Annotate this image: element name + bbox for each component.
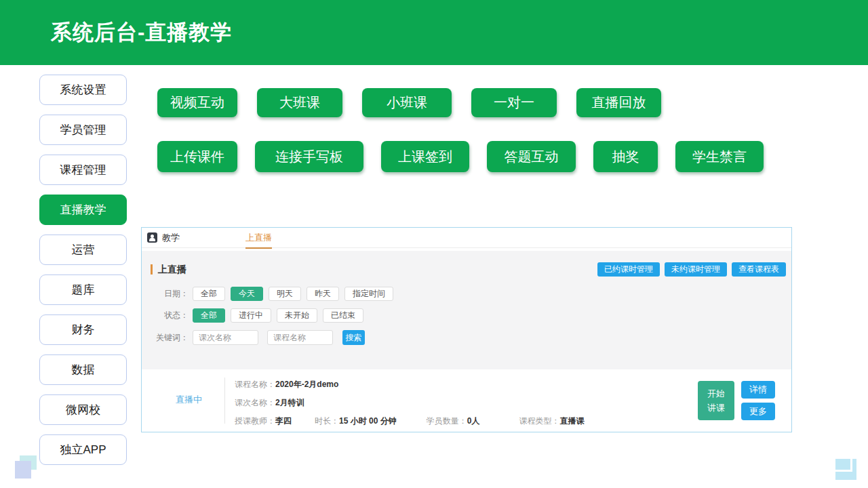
section-title: 上直播 <box>158 264 186 276</box>
sidebar-item-student-management[interactable]: 学员管理 <box>39 115 127 145</box>
start-teaching-line1: 开始 <box>707 386 725 401</box>
status-filter-label: 状态： <box>146 310 189 321</box>
lesson-name-value: 2月特训 <box>275 397 304 409</box>
duration-label: 时长： <box>315 415 339 427</box>
status-option-ended[interactable]: 已结束 <box>323 308 363 323</box>
course-name-line: 课程名称： 2020年-2月demo <box>235 379 584 390</box>
teacher-value: 李四 <box>275 415 292 427</box>
filter-row-keyword: 关键词： 搜索 <box>142 330 791 345</box>
view-timetable-button[interactable]: 查看课程表 <box>732 262 786 277</box>
course-type-value: 直播课 <box>559 415 584 427</box>
tab-go-live-label: 上直播 <box>245 232 272 244</box>
keyword-filter-label: 关键词： <box>146 332 189 344</box>
feature-video-interaction-button[interactable]: 视频互动 <box>157 88 237 117</box>
lesson-name-label: 课次名称： <box>235 397 275 409</box>
sidebar-item-operations[interactable]: 运营 <box>39 235 127 265</box>
decor-square-bottom-left-lavender <box>15 461 31 479</box>
tab-go-live[interactable]: 上直播 <box>245 228 272 248</box>
course-name-value: 2020年-2月demo <box>275 379 338 390</box>
course-name-label: 课程名称： <box>235 379 275 390</box>
page-title: 系统后台-直播教学 <box>51 18 232 47</box>
lesson-name-input[interactable] <box>193 330 258 345</box>
sidebar: 系统设置 学员管理 课程管理 直播教学 运营 题库 财务 数据 微网校 独立AP… <box>39 75 127 474</box>
sidebar-item-standalone-app[interactable]: 独立APP <box>39 434 127 465</box>
section-actions: 已约课时管理 未约课时管理 查看课程表 <box>593 262 786 277</box>
row-divider <box>224 378 225 424</box>
filter-row-date: 日期： 全部 今天 明天 昨天 指定时间 <box>142 287 791 301</box>
detail-button[interactable]: 详情 <box>741 381 775 399</box>
person-app-icon <box>147 232 157 243</box>
lesson-name-line: 课次名称： 2月特训 <box>235 397 584 408</box>
section-title-wrap: 上直播 <box>151 264 186 276</box>
duration-value: 15 小时 00 分钟 <box>339 415 397 427</box>
status-option-ongoing[interactable]: 进行中 <box>231 308 271 323</box>
decor-square-bottom-right-outline <box>827 454 852 472</box>
feature-lottery-button[interactable]: 抽奖 <box>593 141 658 172</box>
app-label: 教学 <box>162 232 180 244</box>
feature-small-class-button[interactable]: 小班课 <box>362 88 452 117</box>
feature-row-1: 视频互动 大班课 小班课 一对一 直播回放 <box>157 88 661 117</box>
course-details: 课程名称： 2020年-2月demo 课次名称： 2月特训 授课教师： 李四 时… <box>235 379 584 434</box>
feature-row-2: 上传课件 连接手写板 上课签到 答题互动 抽奖 学生禁言 <box>157 141 764 172</box>
feature-live-replay-button[interactable]: 直播回放 <box>576 88 661 117</box>
course-type-label: 课程类型： <box>519 415 559 427</box>
feature-upload-courseware-button[interactable]: 上传课件 <box>157 141 237 172</box>
course-meta-line: 授课教师： 李四 时长： 15 小时 00 分钟 学员数量： 0人 课程类型： … <box>235 415 584 426</box>
date-option-all[interactable]: 全部 <box>193 287 225 301</box>
panel-filter-area: 上直播 已约课时管理 未约课时管理 查看课程表 日期： 全部 今天 明天 昨天 … <box>142 251 791 369</box>
panel-tabbar: 教学 上直播 <box>142 228 791 248</box>
sidebar-item-system-settings[interactable]: 系统设置 <box>39 75 127 105</box>
students-label: 学员数量： <box>427 415 467 427</box>
date-option-custom[interactable]: 指定时间 <box>344 287 393 301</box>
search-button[interactable]: 搜索 <box>342 330 365 345</box>
sidebar-item-course-management[interactable]: 课程管理 <box>39 155 127 185</box>
filter-row-status: 状态： 全部 进行中 未开始 已结束 <box>142 308 791 323</box>
sidebar-item-finance[interactable]: 财务 <box>39 314 127 345</box>
feature-large-class-button[interactable]: 大班课 <box>257 88 342 117</box>
live-status-badge: 直播中 <box>176 394 202 406</box>
feature-connect-tablet-button[interactable]: 连接手写板 <box>255 141 363 172</box>
more-button[interactable]: 更多 <box>741 403 775 420</box>
date-option-today[interactable]: 今天 <box>231 287 263 301</box>
date-option-tomorrow[interactable]: 明天 <box>269 287 301 301</box>
sidebar-item-data[interactable]: 数据 <box>39 354 127 385</box>
feature-one-on-one-button[interactable]: 一对一 <box>471 88 557 117</box>
sidebar-item-live-teaching[interactable]: 直播教学 <box>39 195 127 225</box>
feature-class-signin-button[interactable]: 上课签到 <box>381 141 469 172</box>
date-filter-label: 日期： <box>146 288 189 300</box>
feature-mute-students-button[interactable]: 学生禁言 <box>675 141 764 172</box>
students-value: 0人 <box>467 415 480 427</box>
course-list-row: 直播中 课程名称： 2020年-2月demo 课次名称： 2月特训 授课教师： … <box>142 369 791 432</box>
sidebar-item-question-bank[interactable]: 题库 <box>39 274 127 305</box>
unbooked-lessons-button[interactable]: 未约课时管理 <box>665 262 727 277</box>
live-admin-panel: 教学 上直播 上直播 已约课时管理 未约课时管理 查看课程表 日期： 全部 今天… <box>141 227 792 432</box>
teacher-label: 授课教师： <box>235 415 275 427</box>
section-head: 上直播 已约课时管理 未约课时管理 查看课程表 <box>142 251 791 283</box>
start-teaching-button[interactable]: 开始 讲课 <box>698 381 734 420</box>
orange-accent-bar <box>151 264 153 274</box>
status-option-not-started[interactable]: 未开始 <box>277 308 317 323</box>
start-teaching-line2: 讲课 <box>707 401 725 415</box>
course-name-input[interactable] <box>267 330 333 345</box>
sidebar-item-micro-school[interactable]: 微网校 <box>39 394 127 425</box>
date-option-yesterday[interactable]: 昨天 <box>307 287 339 301</box>
status-option-all[interactable]: 全部 <box>193 308 225 323</box>
booked-lessons-button[interactable]: 已约课时管理 <box>597 262 660 277</box>
header-bar: 系统后台-直播教学 <box>0 0 868 65</box>
feature-quiz-interaction-button[interactable]: 答题互动 <box>487 141 576 172</box>
